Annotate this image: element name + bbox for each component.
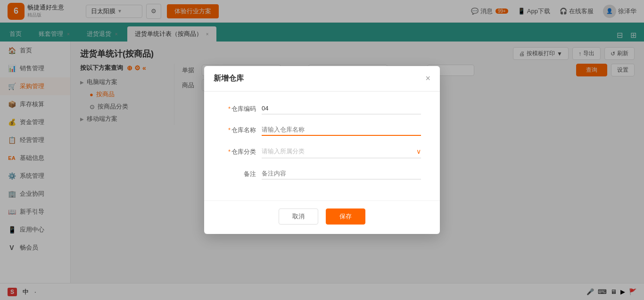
- category-placeholder: 请输入所属分类: [262, 147, 305, 156]
- dialog-header: 新增仓库 ×: [204, 66, 440, 92]
- form-label-name: *仓库名称: [223, 126, 256, 134]
- form-row-code: *仓库编码: [223, 103, 421, 115]
- form-row-category: *仓库分类 请输入所属分类 ∨: [223, 145, 421, 158]
- form-label-category: *仓库分类: [223, 148, 256, 156]
- modal-overlay[interactable]: 新增仓库 × *仓库编码 *仓库名称 *仓库分类: [0, 0, 644, 300]
- form-label-code: *仓库编码: [223, 105, 256, 113]
- warehouse-category-selector[interactable]: 请输入所属分类 ∨: [262, 145, 421, 158]
- warehouse-name-input[interactable]: [262, 124, 421, 136]
- category-dropdown-arrow: ∨: [416, 148, 421, 155]
- form-row-note: 备注: [223, 168, 421, 180]
- form-label-note: 备注: [223, 170, 256, 178]
- new-warehouse-dialog: 新增仓库 × *仓库编码 *仓库名称 *仓库分类: [204, 66, 440, 234]
- cancel-button[interactable]: 取消: [279, 208, 318, 225]
- save-button[interactable]: 保存: [326, 208, 365, 225]
- form-row-name: *仓库名称: [223, 124, 421, 136]
- dialog-title: 新增仓库: [214, 74, 244, 83]
- dialog-body: *仓库编码 *仓库名称 *仓库分类 请输入所属分类 ∨: [204, 92, 440, 200]
- dialog-footer: 取消 保存: [204, 200, 440, 234]
- dialog-close-button[interactable]: ×: [425, 74, 430, 83]
- warehouse-note-input[interactable]: [262, 168, 421, 180]
- warehouse-code-input[interactable]: [262, 103, 421, 115]
